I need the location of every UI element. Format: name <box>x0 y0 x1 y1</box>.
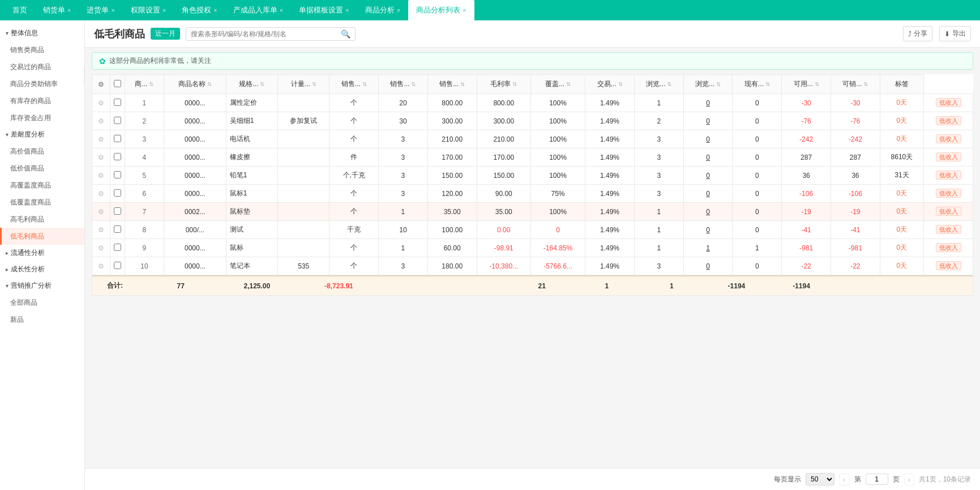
settings-row-icon[interactable]: ⚙ <box>98 99 104 107</box>
sort-icon-code[interactable]: ⇅ <box>149 81 153 87</box>
search-input[interactable] <box>191 30 337 38</box>
filter-tag-month[interactable]: 近一月 <box>151 28 180 40</box>
sidebar-item-low-value[interactable]: 低价值商品 <box>0 160 84 177</box>
nav-templates[interactable]: 单据模板设置 × <box>291 0 357 20</box>
sidebar-item-category-sales[interactable]: 商品分类助销率 <box>0 75 84 92</box>
row-view1[interactable]: 0 <box>683 167 733 185</box>
page-size-select[interactable]: 50 100 200 <box>806 473 835 485</box>
sort-icon-spec[interactable]: ⇅ <box>260 81 264 87</box>
sort-icon-name[interactable]: ⇅ <box>207 81 212 87</box>
sidebar-item-low-margin[interactable]: 低毛利商品 <box>0 228 84 245</box>
row-view1[interactable]: 0 <box>683 112 733 130</box>
settings-icon[interactable]: ⚙ <box>98 80 104 88</box>
nav-purchase[interactable]: 进货单 × <box>79 0 122 20</box>
sidebar-item-high-coverage[interactable]: 高覆盖度商品 <box>0 177 84 194</box>
nav-home[interactable]: 首页 <box>5 0 35 20</box>
nav-roles[interactable]: 角色授权 × <box>174 0 225 20</box>
row-settings[interactable]: ⚙ <box>92 221 110 239</box>
sort-icon-unit[interactable]: ⇅ <box>312 81 316 87</box>
sort-icon-view1[interactable]: ⇅ <box>667 81 671 87</box>
row-select-checkbox[interactable] <box>114 99 121 106</box>
col-spec[interactable]: 规格...⇅ <box>226 75 277 94</box>
col-cover-rate[interactable]: 覆盖...⇅ <box>530 75 585 94</box>
col-current[interactable]: 现有...⇅ <box>733 75 782 94</box>
sort-icon-cover-rate[interactable]: ⇅ <box>566 81 571 87</box>
row-select-checkbox[interactable] <box>114 135 121 142</box>
row-checkbox[interactable] <box>110 257 125 275</box>
settings-row-icon[interactable]: ⚙ <box>98 226 104 234</box>
row-view1[interactable]: 0 <box>683 148 733 167</box>
col-view2[interactable]: 浏览...⇅ <box>683 75 733 94</box>
nav-close-analysis-list[interactable]: × <box>463 7 466 14</box>
sidebar-collapse-button[interactable]: « <box>84 66 85 84</box>
col-name[interactable]: 商品名称⇅ <box>164 75 226 94</box>
row-view1[interactable]: 0 <box>683 94 733 112</box>
nav-close-products[interactable]: × <box>280 7 283 14</box>
nav-analysis-list[interactable]: 商品分析列表 × <box>408 0 474 20</box>
prev-page-button[interactable]: ‹ <box>839 474 849 485</box>
row-checkbox[interactable] <box>110 94 125 112</box>
row-view1[interactable]: 1 <box>683 239 733 257</box>
row-view1[interactable]: 0 <box>683 130 733 148</box>
row-select-checkbox[interactable] <box>114 189 121 197</box>
col-view1[interactable]: 浏览...⇅ <box>634 75 683 94</box>
nav-close-templates[interactable]: × <box>345 7 349 14</box>
col-sales-price[interactable]: 销售...⇅ <box>379 75 428 94</box>
row-select-checkbox[interactable] <box>114 225 121 233</box>
col-trans[interactable]: 交易...⇅ <box>585 75 635 94</box>
sort-icon-sales-qty[interactable]: ⇅ <box>362 81 367 87</box>
sidebar-item-sales-products[interactable]: 销售类商品 <box>0 41 84 58</box>
row-select-checkbox[interactable] <box>114 171 121 178</box>
row-settings[interactable]: ⚙ <box>92 130 110 148</box>
col-code[interactable]: 商...⇅ <box>125 75 164 94</box>
row-checkbox[interactable] <box>110 148 125 167</box>
settings-row-icon[interactable]: ⚙ <box>98 117 104 125</box>
nav-sales[interactable]: 销货单 × <box>35 0 79 20</box>
col-available[interactable]: 可用...⇅ <box>782 75 831 94</box>
nav-close-sales[interactable]: × <box>67 7 71 14</box>
row-view1[interactable]: 0 <box>683 221 733 239</box>
table-container[interactable]: ⚙ 商...⇅ 商品名称⇅ 规格...⇅ 计量...⇅ 销售...⇅ 销售...… <box>92 74 973 468</box>
sort-icon-available[interactable]: ⇅ <box>815 81 819 87</box>
col-settings[interactable]: ⚙ <box>92 75 110 94</box>
row-settings[interactable]: ⚙ <box>92 112 110 130</box>
row-checkbox[interactable] <box>110 167 125 185</box>
share-button[interactable]: ⤴ 分享 <box>903 26 932 41</box>
sidebar-item-high-margin[interactable]: 高毛利商品 <box>0 211 84 228</box>
col-sales-qty[interactable]: 销售...⇅ <box>329 75 379 94</box>
row-settings[interactable]: ⚙ <box>92 148 110 167</box>
row-settings[interactable]: ⚙ <box>92 185 110 203</box>
nav-permissions[interactable]: 权限设置 × <box>123 0 174 20</box>
settings-row-icon[interactable]: ⚙ <box>98 172 104 180</box>
row-checkbox[interactable] <box>110 203 125 221</box>
sidebar-group-marketing[interactable]: ▾ 营销推广分析 <box>0 278 84 294</box>
row-select-checkbox[interactable] <box>114 207 121 215</box>
sort-icon-sales-amount[interactable]: ⇅ <box>460 81 465 87</box>
row-checkbox[interactable] <box>110 185 125 203</box>
row-checkbox[interactable] <box>110 112 125 130</box>
sidebar-item-low-coverage[interactable]: 低覆盖度商品 <box>0 194 84 211</box>
nav-analysis[interactable]: 商品分析 × <box>357 0 408 20</box>
settings-row-icon[interactable]: ⚙ <box>98 244 104 252</box>
select-all-checkbox[interactable] <box>114 80 121 87</box>
nav-close-permissions[interactable]: × <box>162 7 166 14</box>
col-sales-amount[interactable]: 销售...⇅ <box>427 75 477 94</box>
sort-icon-gross-rate[interactable]: ⇅ <box>512 81 517 87</box>
row-settings[interactable]: ⚙ <box>92 239 110 257</box>
row-settings[interactable]: ⚙ <box>92 94 110 112</box>
settings-row-icon[interactable]: ⚙ <box>98 262 104 270</box>
sidebar-group-tolerance[interactable]: ▾ 差耐度分析 <box>0 126 84 143</box>
row-select-checkbox[interactable] <box>114 153 121 160</box>
sort-icon-view2[interactable]: ⇅ <box>716 81 721 87</box>
nav-close-purchase[interactable]: × <box>111 7 114 14</box>
nav-close-roles[interactable]: × <box>213 7 217 14</box>
export-button[interactable]: ⬇ 导出 <box>939 26 971 41</box>
row-select-checkbox[interactable] <box>114 244 121 251</box>
search-icon[interactable]: 🔍 <box>341 29 350 39</box>
sidebar-item-all-products[interactable]: 全部商品 <box>0 294 84 311</box>
settings-row-icon[interactable]: ⚙ <box>98 208 104 216</box>
row-view1[interactable]: 0 <box>683 257 733 275</box>
sidebar-item-high-value[interactable]: 高价值商品 <box>0 143 84 160</box>
sort-icon-saleable[interactable]: ⇅ <box>863 81 868 87</box>
sidebar-group-growth[interactable]: ▸ 成长性分析 <box>0 261 84 278</box>
